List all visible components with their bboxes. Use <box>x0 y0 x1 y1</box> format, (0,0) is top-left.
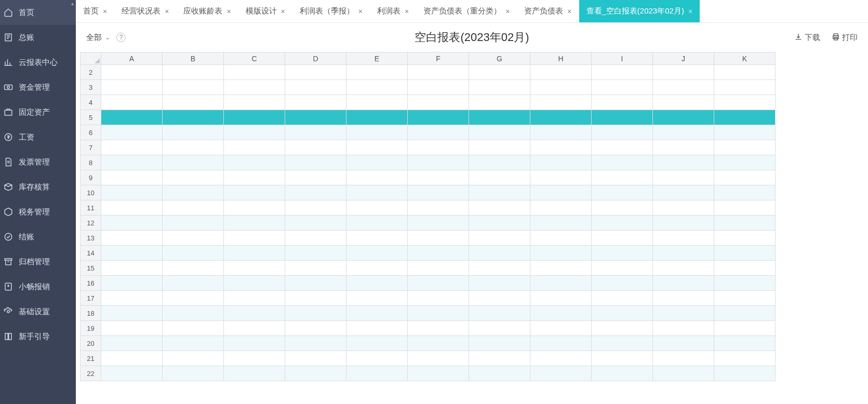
cell-K6[interactable] <box>714 125 776 140</box>
cell-F11[interactable] <box>408 200 469 216</box>
cell-H16[interactable] <box>530 276 592 291</box>
cell-I19[interactable] <box>592 321 653 336</box>
cell-J10[interactable] <box>653 185 714 200</box>
cell-H19[interactable] <box>530 321 592 336</box>
cell-J5[interactable] <box>653 110 714 125</box>
cell-F17[interactable] <box>408 291 469 306</box>
cell-B12[interactable] <box>163 216 224 231</box>
cell-D21[interactable] <box>285 351 346 366</box>
cell-J8[interactable] <box>653 155 714 170</box>
cell-E12[interactable] <box>346 216 408 231</box>
cell-H13[interactable] <box>530 231 592 246</box>
row-header-10[interactable]: 10 <box>81 185 101 200</box>
row-header-11[interactable]: 11 <box>81 200 101 216</box>
cell-H22[interactable] <box>530 366 592 381</box>
cell-D13[interactable] <box>285 231 346 246</box>
cell-J7[interactable] <box>653 140 714 155</box>
cell-J20[interactable] <box>653 336 714 351</box>
cell-H21[interactable] <box>530 351 592 366</box>
cell-K10[interactable] <box>714 185 776 200</box>
cell-B17[interactable] <box>163 291 224 306</box>
cell-B3[interactable] <box>163 80 224 95</box>
cell-D9[interactable] <box>285 170 346 185</box>
cell-I7[interactable] <box>592 140 653 155</box>
tab-8[interactable]: 查看_空白报表(2023年02月)× <box>579 0 700 22</box>
cell-C3[interactable] <box>224 80 285 95</box>
close-icon[interactable]: × <box>688 7 692 16</box>
close-icon[interactable]: × <box>505 7 510 16</box>
row-header-3[interactable]: 3 <box>81 80 101 95</box>
tab-0[interactable]: 首页× <box>76 0 114 22</box>
cell-F4[interactable] <box>408 95 469 110</box>
cell-F22[interactable] <box>408 366 469 381</box>
tab-4[interactable]: 利润表（季报）× <box>292 0 370 22</box>
cell-A3[interactable] <box>101 80 163 95</box>
cell-K13[interactable] <box>714 231 776 246</box>
cell-C10[interactable] <box>224 185 285 200</box>
sidebar-item-13[interactable]: 新手引导 <box>0 324 76 349</box>
sidebar-item-6[interactable]: 发票管理 <box>0 150 76 174</box>
cell-A8[interactable] <box>101 155 163 170</box>
cell-B16[interactable] <box>163 276 224 291</box>
sidebar-item-2[interactable]: 云报表中心 <box>0 50 76 75</box>
cell-A13[interactable] <box>101 231 163 246</box>
cell-A19[interactable] <box>101 321 163 336</box>
cell-B4[interactable] <box>163 95 224 110</box>
sidebar-item-3[interactable]: 资金管理 <box>0 75 76 100</box>
row-header-12[interactable]: 12 <box>81 216 101 231</box>
cell-G19[interactable] <box>469 321 530 336</box>
cell-I9[interactable] <box>592 170 653 185</box>
cell-H2[interactable] <box>530 65 592 80</box>
cell-K3[interactable] <box>714 80 776 95</box>
sidebar-item-1[interactable]: 总账 <box>0 25 76 50</box>
row-header-6[interactable]: 6 <box>81 125 101 140</box>
cell-C18[interactable] <box>224 306 285 321</box>
cell-B10[interactable] <box>163 185 224 200</box>
cell-K16[interactable] <box>714 276 776 291</box>
row-header-5[interactable]: 5 <box>81 110 101 125</box>
tab-2[interactable]: 应收账龄表× <box>176 0 238 22</box>
cell-G6[interactable] <box>469 125 530 140</box>
cell-D10[interactable] <box>285 185 346 200</box>
cell-K22[interactable] <box>714 366 776 381</box>
row-header-20[interactable]: 20 <box>81 336 101 351</box>
cell-F2[interactable] <box>408 65 469 80</box>
cell-F10[interactable] <box>408 185 469 200</box>
cell-B14[interactable] <box>163 246 224 261</box>
cell-E17[interactable] <box>346 291 408 306</box>
cell-F3[interactable] <box>408 80 469 95</box>
cell-I2[interactable] <box>592 65 653 80</box>
col-header-A[interactable]: A <box>101 52 163 65</box>
cell-E9[interactable] <box>346 170 408 185</box>
cell-K12[interactable] <box>714 216 776 231</box>
cell-A18[interactable] <box>101 306 163 321</box>
cell-F20[interactable] <box>408 336 469 351</box>
cell-B13[interactable] <box>163 231 224 246</box>
cell-A5[interactable] <box>101 110 163 125</box>
col-header-K[interactable]: K <box>714 52 776 65</box>
cell-K4[interactable] <box>714 95 776 110</box>
cell-C22[interactable] <box>224 366 285 381</box>
cell-G18[interactable] <box>469 306 530 321</box>
cell-D22[interactable] <box>285 366 346 381</box>
row-header-4[interactable]: 4 <box>81 95 101 110</box>
cell-C5[interactable] <box>224 110 285 125</box>
cell-H7[interactable] <box>530 140 592 155</box>
cell-D5[interactable] <box>285 110 346 125</box>
cell-I21[interactable] <box>592 351 653 366</box>
cell-I15[interactable] <box>592 261 653 276</box>
cell-D4[interactable] <box>285 95 346 110</box>
cell-E15[interactable] <box>346 261 408 276</box>
cell-A10[interactable] <box>101 185 163 200</box>
cell-F13[interactable] <box>408 231 469 246</box>
cell-K15[interactable] <box>714 261 776 276</box>
cell-I6[interactable] <box>592 125 653 140</box>
cell-G12[interactable] <box>469 216 530 231</box>
cell-H11[interactable] <box>530 200 592 216</box>
cell-H10[interactable] <box>530 185 592 200</box>
cell-C2[interactable] <box>224 65 285 80</box>
cell-B2[interactable] <box>163 65 224 80</box>
row-header-7[interactable]: 7 <box>81 140 101 155</box>
cell-C13[interactable] <box>224 231 285 246</box>
cell-D2[interactable] <box>285 65 346 80</box>
